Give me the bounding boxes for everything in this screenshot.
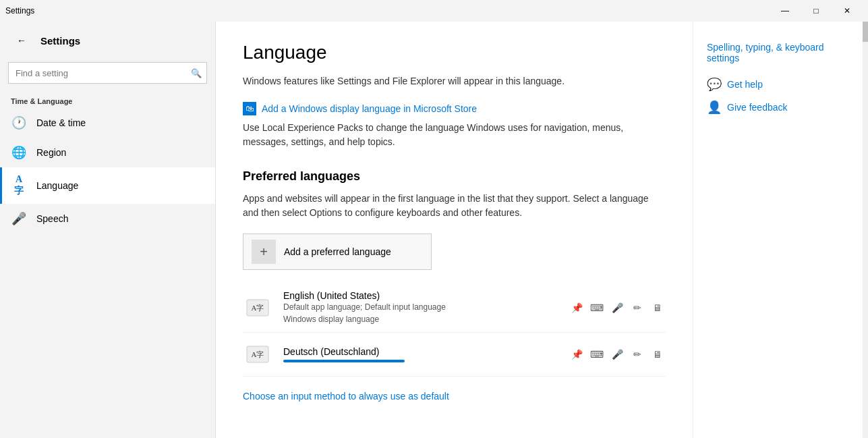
english-language-actions: 📌 ⌨ 🎤 ✏ 🖥 (569, 300, 666, 316)
sidebar: ← Settings 🔍 Time & Language 🕐 Date & ti… (0, 22, 216, 438)
add-language-desc: Use Local Experience Packs to change the… (243, 121, 666, 149)
deutsch-language-icon: A字 (243, 339, 272, 369)
sidebar-item-label-speech: Speech (36, 213, 68, 224)
sidebar-item-region[interactable]: 🌐 Region (0, 138, 215, 167)
content-area: Language Windows features like Settings … (216, 22, 868, 438)
svg-text:A字: A字 (252, 350, 264, 358)
get-help-icon: 💬 (707, 77, 722, 92)
clock-icon: 🕐 (11, 115, 27, 130)
give-feedback-icon: 👤 (707, 100, 722, 115)
ms-store-link[interactable]: Add a Windows display language in Micros… (262, 103, 477, 114)
sidebar-section-label: Time & Language (0, 92, 215, 108)
english-language-sub2: Windows display language (283, 313, 558, 325)
language-item-deutsch: A字 Deutsch (Deutschland) 📌 ⌨ 🎤 ✏ 🖥 (243, 333, 666, 377)
deutsch-download-progress (283, 360, 405, 362)
plus-icon: + (252, 240, 276, 264)
deutsch-language-info: Deutsch (Deutschland) (283, 346, 558, 362)
deutsch-language-name: Deutsch (Deutschland) (283, 346, 558, 357)
get-help-link[interactable]: Get help (727, 79, 763, 90)
titlebar: Settings — □ ✕ (0, 0, 868, 22)
sidebar-app-title: Settings (40, 35, 80, 47)
search-input[interactable] (8, 62, 207, 84)
sidebar-item-label-language: Language (36, 180, 78, 191)
language-item-english: A字 English (United States) Default app l… (243, 283, 666, 333)
sidebar-item-label-region: Region (36, 147, 66, 158)
english-language-info: English (United States) Default app lang… (283, 290, 558, 325)
titlebar-left: Settings (5, 6, 34, 16)
page-title: Language (243, 42, 666, 63)
search-box: 🔍 (8, 62, 207, 84)
maximize-button[interactable]: □ (801, 0, 832, 22)
handwriting-icon-deutsch[interactable]: ✏ (629, 346, 645, 362)
spelling-keyboard-link[interactable]: Spelling, typing, & keyboard settings (707, 42, 855, 63)
titlebar-controls: — □ ✕ (770, 0, 863, 22)
language-icon: A字 (11, 174, 27, 197)
store-bag-icon: 🛍 (243, 102, 256, 115)
microphone-icon: 🎤 (11, 211, 27, 226)
sidebar-item-label-date-time: Date & time (36, 117, 86, 128)
display-icon-english[interactable]: 🖥 (649, 300, 666, 316)
input-method-link[interactable]: Choose an input method to always use as … (243, 391, 449, 402)
globe-icon: 🌐 (11, 145, 27, 160)
scrollbar-thumb[interactable] (863, 22, 868, 42)
english-language-icon: A字 (243, 293, 272, 323)
app-body: ← Settings 🔍 Time & Language 🕐 Date & ti… (0, 22, 868, 438)
minimize-button[interactable]: — (770, 0, 801, 22)
titlebar-title: Settings (5, 6, 34, 16)
deutsch-language-actions: 📌 ⌨ 🎤 ✏ 🖥 (569, 346, 666, 362)
english-language-name: English (United States) (283, 290, 558, 301)
close-button[interactable]: ✕ (832, 0, 863, 22)
ms-store-link-row: 🛍 Add a Windows display language in Micr… (243, 102, 666, 115)
pin-icon-deutsch[interactable]: 📌 (569, 346, 585, 362)
preferred-languages-desc: Apps and websites will appear in the fir… (243, 192, 666, 220)
right-panel: Spelling, typing, & keyboard settings 💬 … (693, 22, 868, 438)
mic-icon-deutsch[interactable]: 🎤 (609, 346, 625, 362)
svg-text:A字: A字 (252, 304, 264, 312)
bottom-link-row: Choose an input method to always use as … (243, 390, 666, 402)
page-desc: Windows features like Settings and File … (243, 74, 666, 88)
english-language-sub1: Default app language; Default input lang… (283, 301, 558, 313)
sidebar-item-language[interactable]: A字 Language (0, 167, 215, 204)
sidebar-item-speech[interactable]: 🎤 Speech (0, 204, 215, 234)
pin-icon-english[interactable]: 📌 (569, 300, 585, 316)
preferred-languages-title: Preferred languages (243, 169, 666, 184)
sidebar-item-date-time[interactable]: 🕐 Date & time (0, 108, 215, 138)
content-main: Language Windows features like Settings … (216, 22, 693, 438)
sidebar-header: ← Settings (0, 22, 215, 59)
scrollbar-track (863, 22, 868, 438)
add-preferred-language-button[interactable]: + Add a preferred language (243, 234, 432, 270)
mic-icon-english[interactable]: 🎤 (609, 300, 625, 316)
display-icon-deutsch[interactable]: 🖥 (649, 346, 666, 362)
keyboard-icon-deutsch[interactable]: ⌨ (589, 346, 605, 362)
give-feedback-link[interactable]: Give feedback (727, 102, 788, 113)
add-preferred-language-label: Add a preferred language (284, 246, 391, 257)
handwriting-icon-english[interactable]: ✏ (629, 300, 645, 316)
back-button[interactable]: ← (11, 30, 32, 51)
search-icon: 🔍 (191, 68, 202, 78)
keyboard-icon-english[interactable]: ⌨ (589, 300, 605, 316)
